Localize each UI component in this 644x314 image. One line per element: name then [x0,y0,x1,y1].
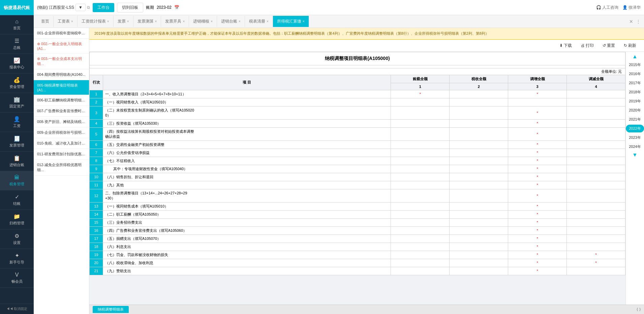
row-col3[interactable]: * [508,251,567,259]
row-col1[interactable] [391,149,450,157]
left-item-009[interactable]: 009-企业所得税弥补亏损明... [34,127,89,138]
period-value[interactable]: 2023-02 [157,5,172,10]
row-col3[interactable]: * [508,218,567,226]
row-col1[interactable] [391,127,450,140]
year-2020[interactable]: 2020年 [626,106,644,114]
year-down-button[interactable]: ▼ [632,152,638,158]
sidebar-item-home[interactable]: ⌂ 首页 [0,15,34,34]
old-version-button[interactable]: 切到旧板 [117,3,143,12]
tab-invoice-issue[interactable]: 发票开具 × [161,16,189,27]
row-col3[interactable]: * [508,181,567,189]
tab-close-icon[interactable]: × [183,20,185,23]
row-col1[interactable] [391,267,450,275]
bottom-tab-item[interactable]: 纳税调整明细表 [93,306,129,313]
left-item-011[interactable]: 011-研发费用加计扣除优惠... [34,149,89,160]
row-col1[interactable] [391,173,450,181]
sidebar-item-invoice[interactable]: 🧾 发票管理 [0,132,34,152]
sidebar-item-payroll[interactable]: 👤 工资 [0,113,34,132]
row-col1[interactable] [391,218,450,226]
left-item-003[interactable]: ⊗ 003-一般企业成本支出明细... [34,54,89,69]
row-col3[interactable]: * [508,149,567,157]
tab-close-active-icon[interactable]: × [303,20,305,23]
bottom-nav-left[interactable]: ⟨ [637,307,638,312]
row-col3[interactable]: * [508,119,567,127]
expand-icon[interactable]: ⋮ [636,19,641,24]
print-button[interactable]: 🖨 打印 [578,42,596,50]
refresh-button[interactable]: ↻ 刷新 [621,42,639,50]
row-col4[interactable]: * [567,259,625,267]
left-item-001[interactable]: 001-企业所得税年度纳税申... [34,28,89,39]
tab-close-icon[interactable]: × [239,20,241,23]
row-col4[interactable]: * [567,251,625,259]
row-col1[interactable] [391,140,450,149]
sidebar-item-closing[interactable]: ✓ 结账 [0,190,34,210]
row-col1[interactable] [391,226,450,234]
row-col1[interactable] [391,157,450,165]
sidebar-item-general-ledger[interactable]: ☰ 总账 [0,34,34,54]
year-2023[interactable]: 2023年 [626,134,644,142]
workbench-button[interactable]: 工作台 [93,3,114,12]
row-col3[interactable]: * [508,127,567,140]
row-col3[interactable]: * [508,202,567,210]
row-col3[interactable]: * [508,210,567,218]
sidebar-item-fixed-assets[interactable]: 🏢 固定资产 [0,93,34,113]
tab-income-tax[interactable]: 所得税汇算缴 × [273,16,309,27]
left-item-002[interactable]: ⊗ 002-一般企业收入明细表(A1... [34,39,89,54]
year-2022[interactable]: 2022年 [626,125,644,132]
row-col3[interactable]: * [508,226,567,234]
left-item-010[interactable]: 010-免税、减计收入及加计... [34,138,89,149]
row-col1[interactable] [391,189,450,202]
row-col1[interactable] [391,210,450,218]
user-avatar[interactable]: 👤 徐泽华 [622,5,641,10]
row-col1[interactable] [391,234,450,243]
sidebar-item-vip[interactable]: V 畅会员 [0,269,34,288]
row-col3[interactable]: * [508,243,567,251]
panel-collapse-toggle[interactable]: ◀ [89,167,90,175]
row-col3[interactable]: * [508,189,567,202]
tab-invoice[interactable]: 发票 × [114,16,133,27]
year-2021[interactable]: 2021年 [626,116,644,123]
row-col3[interactable]: * [508,140,567,149]
left-item-007[interactable]: 007-广告费和业务宣传费时... [34,106,89,117]
sidebar-item-tax[interactable]: 🏛 税务管理 [0,171,34,190]
tab-home[interactable]: 首页 [37,16,54,27]
row-col1[interactable]: * [391,90,450,98]
close-all-icon[interactable]: ✕ [629,19,633,24]
year-2016[interactable]: 2016年 [626,70,644,78]
row-col1[interactable] [391,259,450,267]
year-2024[interactable]: 2024年 [626,143,644,151]
left-item-008[interactable]: 008-资产折旧、摊销及纳税... [34,117,89,127]
sidebar-item-archive[interactable]: 📁 归档管理 [0,210,34,229]
tab-tax-list[interactable]: 税表清册 × [245,16,273,27]
year-2019[interactable]: 2019年 [626,97,644,105]
sidebar-item-report-center[interactable]: 📈 报表中心 [0,54,34,73]
year-2015[interactable]: 2015年 [626,61,644,69]
year-up-button[interactable]: ▲ [632,54,638,60]
left-item-006[interactable]: 006-职工薪酬纳税调整明细... [34,95,89,106]
service-button[interactable]: 🎧 人工咨询 [596,5,618,10]
tab-payroll-stats[interactable]: 工资统计报表 × [78,16,114,27]
left-item-012[interactable]: 012-减免企业所得税优惠明细... [34,160,89,176]
tab-close-icon[interactable]: × [107,20,109,23]
tab-close-icon[interactable]: × [267,20,269,23]
tab-invoice-calc[interactable]: 发票测算 × [133,16,161,27]
reset-button[interactable]: ↺ 重置 [600,42,618,50]
year-2018[interactable]: 2018年 [626,88,644,96]
tab-close-icon[interactable]: × [155,20,157,23]
left-item-004[interactable]: 004-期间费用明细表(A1040... [34,69,89,80]
sidebar-pin-toggle[interactable]: ◀◀ 取消固定 [0,304,34,314]
copy-icon[interactable]: ⧉ [87,5,90,10]
row-col3[interactable]: * [508,165,567,173]
tab-close-icon[interactable]: × [71,20,73,23]
row-col1[interactable] [391,181,450,189]
row-col3[interactable]: * [508,259,567,267]
row-col3[interactable]: * [508,90,567,98]
row-col1[interactable] [391,106,450,119]
sidebar-item-settings[interactable]: ⚙ 设置 [0,229,34,249]
row-col3[interactable]: * [508,106,567,119]
row-col1[interactable] [391,119,450,127]
download-button[interactable]: ⬇ 下载 [557,42,575,50]
year-2017[interactable]: 2017年 [626,79,644,87]
company-dropdown[interactable]: ▼ [75,4,86,11]
row-col1[interactable] [391,165,450,173]
